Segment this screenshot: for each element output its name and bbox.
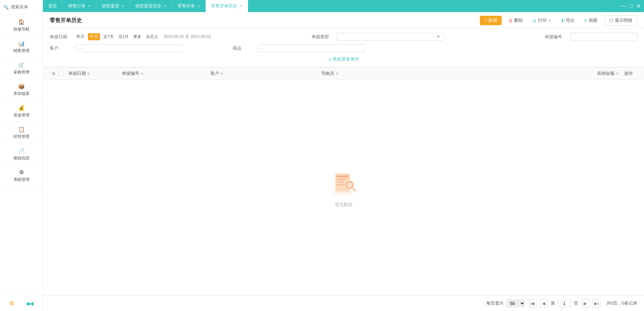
show-detail-button[interactable]: ☐ 显示明细 xyxy=(604,15,637,25)
tab-sales-return[interactable]: 销货退货 ✕ xyxy=(96,0,130,12)
tab-sales-return-close[interactable]: ✕ xyxy=(121,4,124,8)
filter-row-1: 单据日期 昨天 今天 近7天 近1月 更多 自定义 2023-06-02 至 2… xyxy=(50,33,637,41)
main-content: 首页 销售订单 ✕ 销货退货 ✕ 销货退货历史 ✕ 零售开单 ✕ 零售开单历史 … xyxy=(43,0,644,311)
window-close-icon[interactable]: ✕ xyxy=(636,3,641,9)
tab-sales-return-history-close[interactable]: ✕ xyxy=(163,4,166,8)
th-customer[interactable]: 客户 ⇅ xyxy=(210,70,321,76)
print-label: 打印 xyxy=(538,17,547,23)
per-page-select[interactable]: 50 100 200 xyxy=(506,300,525,307)
th-customer-label: 客户 xyxy=(210,70,219,76)
sidebar-item-purchase[interactable]: 🛒 采购管理 xyxy=(0,57,43,79)
th-amount[interactable]: 实销金额 ⇅ xyxy=(565,70,618,76)
system-icon: ⚙ xyxy=(18,169,25,175)
delete-button[interactable]: 🗑 删除 xyxy=(506,16,526,25)
th-date[interactable]: 单据日期 ⇅ xyxy=(68,70,122,76)
tab-sales-order-close[interactable]: ✕ xyxy=(88,4,91,8)
goods-input[interactable]: ··· xyxy=(258,44,365,52)
sidebar-item-quick-nav[interactable]: 🏠 快捷导航 xyxy=(0,14,43,36)
tab-sales-order[interactable]: 销售订单 ✕ xyxy=(63,0,96,12)
sidebar-search[interactable]: 🔍 搜索采单 xyxy=(0,0,43,14)
th-guide[interactable]: 导购员 ⇅ xyxy=(321,70,388,76)
per-page-label: 每页显示 xyxy=(486,300,504,306)
th-settings[interactable]: ⚙ xyxy=(48,71,59,76)
print-button[interactable]: 🖨 打印 ▼ xyxy=(530,16,554,25)
th-amount-sort: ⇅ xyxy=(616,72,618,75)
tab-retail-history-label: 零售开单历史 xyxy=(211,3,237,9)
header-checkbox[interactable] xyxy=(59,71,64,76)
refresh-icon: ↻ xyxy=(584,18,588,23)
empty-text: 暂无数据 xyxy=(335,202,352,208)
table-header: ⚙ 单据日期 ⇅ 单据编号 ⇅ 客户 ⇅ 导购员 ⇅ 实销金额 xyxy=(43,67,644,80)
type-select[interactable]: ▼ xyxy=(337,33,444,41)
sidebar-item-system[interactable]: ⚙ 系统管理 xyxy=(0,165,43,186)
tab-retail-history[interactable]: 零售开单历史 ✕ xyxy=(206,0,248,12)
refresh-button[interactable]: ↻ 刷新 xyxy=(581,16,600,25)
sidebar-item-sales[interactable]: 📊 销售管理 xyxy=(0,36,43,57)
th-date-label: 单据日期 xyxy=(68,70,86,76)
pagination: 每页显示 50 100 200 |◀ ◀ 第 页 ▶ ▶| 共0页，0条记录 xyxy=(43,295,644,311)
export-button[interactable]: ⬆ 导出 xyxy=(558,16,577,25)
collapse-sidebar-icon[interactable]: ◀◀ xyxy=(26,300,34,307)
sidebar-label-basic: 基础信息 xyxy=(13,155,30,161)
toolbar: + 新增 🗑 删除 🖨 打印 ▼ ⬆ 导出 ↻ 刷新 ☐ 显示明细 xyxy=(480,15,637,25)
th-guide-sort: ⇅ xyxy=(336,72,338,75)
total-text: 共0页，0条记录 xyxy=(606,300,637,306)
basic-icon: 📄 xyxy=(18,147,25,154)
tab-retail-order[interactable]: 零售开单 ✕ xyxy=(172,0,206,12)
order-no-input[interactable] xyxy=(570,33,637,41)
date-btn-yesterday[interactable]: 昨天 xyxy=(75,33,86,40)
collapse-label: 收起更多条件 xyxy=(333,56,359,62)
prev-page-btn[interactable]: ◀ xyxy=(539,299,548,308)
date-label: 单据日期 xyxy=(50,34,70,40)
settings-bottom-icon[interactable]: ⚙ xyxy=(9,300,14,307)
date-btn-today[interactable]: 今天 xyxy=(88,33,100,40)
date-btn-1month[interactable]: 近1月 xyxy=(117,33,130,40)
tab-sales-return-history[interactable]: 销货退货历史 ✕ xyxy=(130,0,172,12)
th-order[interactable]: 单据编号 ⇅ xyxy=(122,70,210,76)
tab-retail-order-close[interactable]: ✕ xyxy=(197,4,200,8)
filter-row-2: 客户 ··· 商品 ··· xyxy=(50,44,637,52)
sidebar-label-quick-nav: 快捷导航 xyxy=(13,27,30,32)
svg-rect-2 xyxy=(337,175,349,177)
checkbox-detail-icon: ☐ xyxy=(609,18,613,23)
sidebar-item-finance[interactable]: 💰 资金管理 xyxy=(0,100,43,122)
date-btn-7days[interactable]: 近7天 xyxy=(102,33,115,40)
window-maximize-icon[interactable]: □ xyxy=(630,3,633,9)
sales-icon: 📊 xyxy=(18,40,25,47)
th-guide-label: 导购员 xyxy=(321,70,334,76)
type-select-arrow: ▼ xyxy=(436,34,441,39)
th-customer-sort: ⇅ xyxy=(220,72,223,75)
tab-home[interactable]: 首页 xyxy=(43,0,63,12)
next-page-btn[interactable]: ▶ xyxy=(581,299,590,308)
sidebar-item-operations[interactable]: 📋 经营管理 xyxy=(0,122,43,143)
first-page-btn[interactable]: |◀ xyxy=(528,299,537,308)
operations-icon: 📋 xyxy=(18,126,25,133)
inventory-icon: 📦 xyxy=(18,83,25,90)
page-word: 第 xyxy=(551,300,555,306)
sidebar-item-inventory[interactable]: 📦 库存核算 xyxy=(0,79,43,100)
delete-label: 删除 xyxy=(514,17,523,23)
th-checkbox[interactable] xyxy=(59,71,68,76)
last-page-btn[interactable]: ▶| xyxy=(592,299,601,308)
tab-home-label: 首页 xyxy=(48,3,57,9)
goods-dots: ··· xyxy=(262,46,265,51)
search-icon: 🔍 xyxy=(3,5,9,10)
th-action: 操作 xyxy=(618,70,639,76)
show-detail-label: 显示明细 xyxy=(615,17,632,23)
customer-input[interactable]: ··· xyxy=(75,44,183,52)
sidebar-item-basic[interactable]: 📄 基础信息 xyxy=(0,143,43,165)
page-number-input[interactable] xyxy=(558,300,571,307)
sidebar-bottom: ⚙ ◀◀ xyxy=(0,295,43,311)
date-shortcuts: 昨天 今天 近7天 近1月 更多 自定义 2023-06-02 至 2023-0… xyxy=(75,33,211,40)
tab-sales-return-label: 销货退货 xyxy=(102,3,119,9)
new-button[interactable]: + 新增 xyxy=(480,16,502,25)
sidebar-label-finance: 资金管理 xyxy=(13,112,30,118)
customer-label: 客户 xyxy=(50,45,70,51)
window-minimize-icon[interactable]: — xyxy=(621,3,626,9)
date-btn-more[interactable]: 更多 xyxy=(132,33,143,40)
tab-retail-history-close[interactable]: ✕ xyxy=(239,4,242,8)
svg-line-8 xyxy=(353,188,355,191)
date-btn-custom[interactable]: 自定义 xyxy=(145,33,159,40)
th-action-label: 操作 xyxy=(624,70,633,76)
collapse-button[interactable]: ∧ 收起更多条件 xyxy=(50,55,637,65)
